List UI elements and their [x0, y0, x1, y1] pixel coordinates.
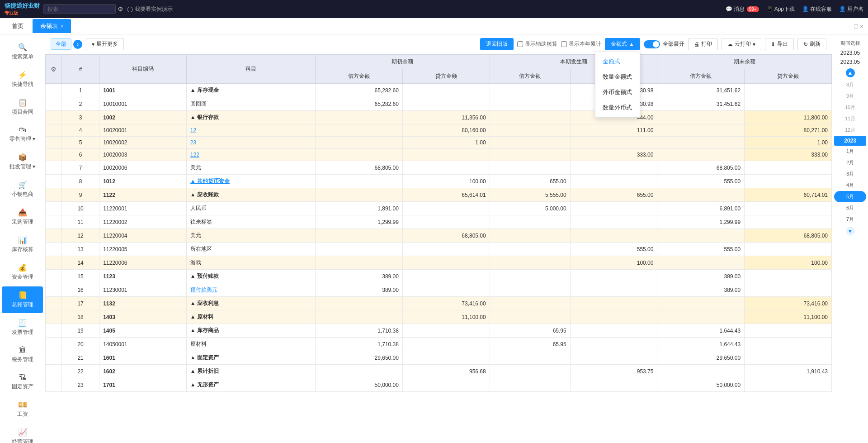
table-row: 2 10010001 回回回 65,282.60 33,830.98 31,45…	[46, 97, 832, 111]
window-minimize-btn[interactable]: —	[846, 23, 852, 30]
month-1[interactable]: 1月	[834, 146, 866, 157]
month-7[interactable]: 7月	[834, 214, 866, 225]
row-cb-credit: 333.00	[745, 149, 832, 161]
row-cb-credit	[745, 338, 832, 351]
switch-knob	[653, 41, 659, 48]
print-btn[interactable]: 🖨 打印	[688, 38, 718, 50]
row-pd-debit	[490, 124, 570, 137]
sidebar-item-fixed-assets[interactable]: 🏗 固定资产	[2, 369, 43, 395]
tab-home[interactable]: 首页	[5, 19, 31, 33]
row-settings	[46, 161, 62, 175]
sidebar-item-finance[interactable]: 💰 资金管理	[2, 259, 43, 286]
row-cb-debit: 31,451.62	[657, 97, 745, 111]
search-input[interactable]	[43, 4, 116, 14]
month-4[interactable]: 4月	[834, 180, 866, 191]
sidebar-item-ledger[interactable]: 📒 总账管理	[2, 286, 43, 313]
sidebar-item-search[interactable]: 🔍 搜索菜单	[2, 38, 43, 65]
sidebar-item-retail[interactable]: 🛍 零售管理 ▾	[2, 121, 43, 148]
app-download-btn[interactable]: 📱 App下载	[766, 5, 795, 13]
amount-style-btn[interactable]: 金额式 ▲	[605, 38, 640, 50]
table-row: 19 1405 ▲ 库存商品 1,710.38 65.95 1,644.43	[46, 324, 832, 338]
row-cb-credit	[745, 202, 832, 215]
return-old-btn[interactable]: 退回旧版	[480, 38, 514, 50]
row-ob-debit: 1,710.38	[316, 324, 403, 338]
row-ob-credit: 73,416.00	[402, 297, 490, 310]
demo-label[interactable]: ◯ 我要看实例演示	[127, 5, 173, 13]
sidebar-item-purchase[interactable]: 📥 采购管理	[2, 204, 43, 230]
col-header-closing: 期末余额	[657, 55, 832, 69]
row-name[interactable]: ▲ 其他货币资金	[186, 175, 315, 188]
row-cb-credit	[745, 378, 832, 392]
row-code: 11220002	[99, 215, 187, 229]
show-ytd-checkbox[interactable]	[561, 41, 567, 47]
cloud-print-btn[interactable]: ☁ 云打印 ▾	[722, 38, 761, 50]
row-name[interactable]: 预付款美元	[186, 283, 315, 297]
show-assistant-checkbox[interactable]	[517, 41, 523, 47]
row-name: ▲ 预付账款	[186, 270, 315, 283]
row-ob-debit	[316, 111, 403, 124]
table-body: 1 1001 ▲ 库存现金 65,282.60 33,830.98 31,451…	[46, 84, 832, 392]
row-name[interactable]: 23	[186, 137, 315, 149]
expand-more-btn[interactable]: ▾ 展开更多	[86, 38, 124, 50]
sidebar-item-salary[interactable]: 💴 工资	[2, 396, 43, 423]
row-name[interactable]: 122	[186, 149, 315, 161]
row-ob-debit	[316, 229, 403, 243]
tab-close-btn[interactable]: ×	[61, 24, 63, 29]
sidebar-item-tax[interactable]: 🏛 税务管理	[2, 342, 43, 368]
month-5[interactable]: 5月	[834, 191, 866, 202]
dropdown-item-qty-foreign[interactable]: 数量外币式	[595, 100, 640, 115]
expand-all-switch[interactable]	[644, 40, 660, 48]
sidebar-item-inventory[interactable]: 📊 库存核算	[2, 231, 43, 258]
month-8[interactable]: 8月	[834, 79, 866, 91]
online-service-btn[interactable]: 👤 在线客服	[802, 5, 832, 13]
month-11[interactable]: 11月	[834, 113, 866, 124]
row-name: 人民币	[186, 202, 315, 215]
month-12[interactable]: 12月	[834, 124, 866, 136]
window-close-btn[interactable]: ×	[860, 23, 863, 30]
export-btn[interactable]: ⬇ 导出	[765, 38, 794, 50]
row-name[interactable]: 12	[186, 124, 315, 137]
table-row: 1 1001 ▲ 库存现金 65,282.60 33,830.98 31,451…	[46, 84, 832, 97]
month-9[interactable]: 9月	[834, 91, 866, 102]
sidebar-item-management[interactable]: 📈 经营管理	[2, 424, 43, 443]
sidebar-item-project[interactable]: 📋 项目合同	[2, 94, 43, 120]
month-3[interactable]: 3月	[834, 168, 866, 180]
all-filter-btn[interactable]: 全部	[51, 38, 71, 50]
message-btn[interactable]: 💬 消息 99+	[726, 5, 759, 13]
dropdown-item-amount[interactable]: 金额式	[595, 54, 640, 69]
nav-down-btn[interactable]: ▼	[846, 227, 855, 236]
row-pd-debit: 655.00	[490, 175, 570, 188]
row-code: 1405	[99, 324, 187, 338]
month-10[interactable]: 10月	[834, 102, 866, 113]
month-6[interactable]: 6月	[834, 202, 866, 214]
table-settings-btn[interactable]: ⚙	[51, 66, 57, 73]
refresh-btn[interactable]: ↻ 刷新	[797, 38, 826, 50]
month-2[interactable]: 2月	[834, 157, 866, 168]
row-settings	[46, 243, 62, 256]
row-pd-credit	[570, 270, 657, 283]
breadcrumb-next-btn[interactable]: ›	[73, 40, 82, 49]
row-num: 6	[62, 149, 99, 161]
dropdown-item-qty-amount[interactable]: 数量金额式	[595, 69, 640, 85]
window-restore-btn[interactable]: □	[854, 23, 858, 30]
sidebar-item-nav[interactable]: ⚡ 快捷导航	[2, 66, 43, 93]
current-year-label: 2023	[834, 136, 866, 146]
row-pd-debit	[490, 283, 570, 297]
tab-balance[interactable]: 余额表 ×	[33, 19, 71, 33]
row-ob-credit	[402, 351, 490, 365]
row-cb-debit	[657, 124, 745, 137]
row-ob-debit: 1,299.99	[316, 215, 403, 229]
dropdown-item-foreign-amount[interactable]: 外币金额式	[595, 85, 640, 100]
row-code: 14050001	[99, 338, 187, 351]
row-num: 15	[62, 270, 99, 283]
nav-up-btn[interactable]: ▲	[846, 68, 855, 77]
ecommerce-icon: 🛒	[18, 181, 27, 189]
user-avatar[interactable]: 👤 用户名	[839, 5, 863, 13]
row-ob-debit	[316, 310, 403, 324]
sidebar-item-ecommerce[interactable]: 🛒 小畅电商	[2, 176, 43, 203]
search-settings-icon[interactable]: ⚙	[118, 5, 123, 13]
sidebar-item-wholesale[interactable]: 📦 批发管理 ▾	[2, 148, 43, 175]
sidebar-item-invoice[interactable]: 🧾 发票管理	[2, 314, 43, 341]
row-code: 11220004	[99, 229, 187, 243]
row-name: ▲ 应收利息	[186, 297, 315, 310]
